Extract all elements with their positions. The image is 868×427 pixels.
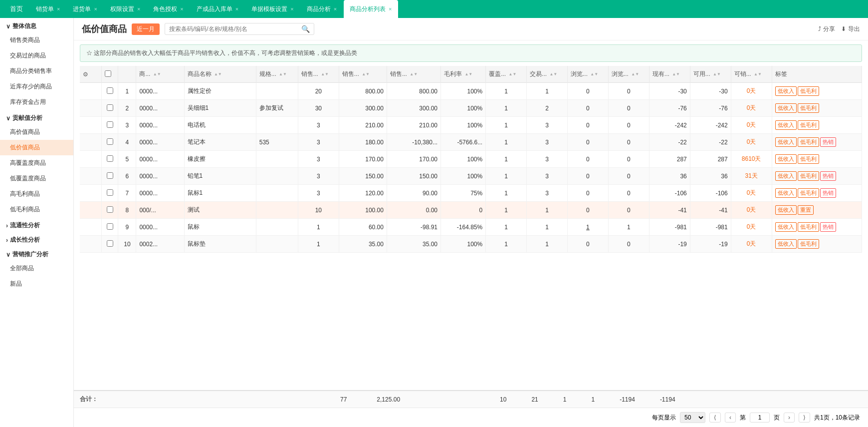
row-checkbox[interactable] xyxy=(107,87,113,94)
row-gear xyxy=(80,100,101,117)
sidebar-item-low-coverage[interactable]: 低覆盖度商品 xyxy=(0,171,73,186)
row-gross: 100% xyxy=(441,151,486,168)
sidebar-item-low-value[interactable]: 低价值商品 xyxy=(0,140,73,155)
share-button[interactable]: ⤴ 分享 xyxy=(818,25,835,33)
next-page-button[interactable]: › xyxy=(784,413,795,423)
row-checkbox[interactable] xyxy=(107,104,113,111)
row-spec xyxy=(256,236,298,253)
row-num: 2 xyxy=(118,100,136,117)
table-footer: 合计： 77 2,125.00 10 21 1 1 -1194 -1194 xyxy=(74,390,868,408)
nav-template[interactable]: 单据模板设置 × xyxy=(245,0,299,18)
row-stock2: -106 xyxy=(690,185,731,202)
row-num: 9 xyxy=(118,219,136,236)
sidebar-group-growth[interactable]: › 成长性分析 xyxy=(0,232,73,246)
qty-header: 销售... ▲▼ xyxy=(298,66,339,83)
row-stock2: 287 xyxy=(690,151,731,168)
per-page-select[interactable]: 50 100 200 xyxy=(680,412,705,423)
row-sale2: 150.00 xyxy=(387,168,440,185)
sidebar-item-high-profit[interactable]: 高毛利商品 xyxy=(0,186,73,202)
row-checkbox-cell xyxy=(101,151,118,168)
close-icon[interactable]: × xyxy=(290,6,293,12)
nav-roles[interactable]: 角色授权 × xyxy=(147,0,189,18)
row-checkbox[interactable] xyxy=(107,121,113,128)
sidebar-group-overview[interactable]: ∨ 整体信息 xyxy=(0,18,73,32)
row-gross: 100% xyxy=(441,83,486,100)
search-input[interactable] xyxy=(169,25,298,32)
row-browse2: 0 xyxy=(608,185,649,202)
row-checkbox[interactable] xyxy=(107,189,113,196)
tag-badge: 低毛利 xyxy=(798,239,819,249)
tag-badge: 热销 xyxy=(820,171,836,181)
row-stock1: -22 xyxy=(649,134,690,151)
nav-home[interactable]: 首页 xyxy=(4,0,29,18)
row-browse2: 0 xyxy=(608,83,649,100)
close-icon[interactable]: × xyxy=(334,6,337,12)
tag-badge: 低毛利 xyxy=(798,188,819,198)
row-checkbox[interactable] xyxy=(107,172,113,179)
sidebar-item-low-stock[interactable]: 近库存少的商品 xyxy=(0,79,73,94)
nav-goods-list[interactable]: 商品分析列表 × xyxy=(344,0,398,18)
row-checkbox[interactable] xyxy=(107,155,113,162)
row-gear xyxy=(80,185,101,202)
row-spec xyxy=(256,117,298,134)
close-icon[interactable]: × xyxy=(235,6,238,12)
row-name: 属性定价 xyxy=(184,83,256,100)
sidebar-item-traded-goods[interactable]: 交易过的商品 xyxy=(0,48,73,63)
nav-goods-analysis[interactable]: 商品分析 × xyxy=(301,0,343,18)
select-all-checkbox[interactable] xyxy=(105,70,111,77)
browse-val: 0 xyxy=(586,241,590,248)
sidebar-item-all-goods[interactable]: 全部商品 xyxy=(0,261,73,276)
sidebar-item-high-coverage[interactable]: 高覆盖度商品 xyxy=(0,155,73,171)
filter-period-button[interactable]: 近一月 xyxy=(132,23,160,35)
row-spec xyxy=(256,151,298,168)
row-stock1: -106 xyxy=(649,185,690,202)
row-sale2: -98.91 xyxy=(387,219,440,236)
sidebar-group-marketing[interactable]: ∨ 营销推广分析 xyxy=(0,246,73,261)
page-input[interactable] xyxy=(750,413,770,423)
search-icon[interactable]: 🔍 xyxy=(301,25,310,33)
sidebar-item-sales-goods[interactable]: 销售类商品 xyxy=(0,32,73,48)
row-cover: 1 xyxy=(486,219,527,236)
close-icon[interactable]: × xyxy=(180,6,183,12)
sidebar-group-circulation[interactable]: › 流通性分析 xyxy=(0,217,73,232)
sidebar-item-new-goods[interactable]: 新品 xyxy=(0,276,73,292)
nav-products-in[interactable]: 产成品入库单 × xyxy=(191,0,244,18)
sidebar-item-stock-funds[interactable]: 库存资金占用 xyxy=(0,94,73,110)
checkbox-header[interactable] xyxy=(101,66,118,83)
row-checkbox[interactable] xyxy=(107,138,113,145)
close-icon[interactable]: × xyxy=(57,6,60,12)
row-spec xyxy=(256,219,298,236)
row-name: 鼠标垫 xyxy=(184,236,256,253)
browse-link[interactable]: 1 xyxy=(586,224,590,231)
gear-header[interactable]: ⚙ xyxy=(80,66,101,83)
row-spec: 535 xyxy=(256,134,298,151)
nav-purchase[interactable]: 进货单 × xyxy=(67,0,103,18)
sidebar-item-low-profit[interactable]: 低毛利商品 xyxy=(0,202,73,217)
row-tags: 低收入低毛利 xyxy=(772,83,862,100)
nav-sales[interactable]: 销货单 × xyxy=(30,0,66,18)
sidebar-item-category-rate[interactable]: 商品分类销售率 xyxy=(0,63,73,79)
export-button[interactable]: ⬇ 导出 xyxy=(841,25,860,33)
close-icon[interactable]: × xyxy=(94,6,97,12)
sidebar-item-high-value[interactable]: 高价值商品 xyxy=(0,124,73,140)
prev-page-button[interactable]: ‹ xyxy=(725,413,736,423)
row-stock1: -76 xyxy=(649,100,690,117)
close-icon[interactable]: × xyxy=(389,6,392,12)
first-page-button[interactable]: ⟨ xyxy=(709,413,721,423)
share-icon: ⤴ xyxy=(818,25,821,32)
footer-stock2: -1194 xyxy=(660,396,675,403)
row-checkbox[interactable] xyxy=(107,206,113,213)
tag-badge: 低毛利 xyxy=(798,120,819,130)
row-spec xyxy=(256,202,298,219)
row-checkbox[interactable] xyxy=(107,240,113,247)
row-trade: 2 xyxy=(527,100,568,117)
row-checkbox[interactable] xyxy=(107,223,113,230)
close-icon[interactable]: × xyxy=(137,6,140,12)
row-days: 0天 xyxy=(731,134,772,151)
last-page-button[interactable]: ⟩ xyxy=(799,413,810,423)
row-stock1: 287 xyxy=(649,151,690,168)
sidebar-group-contribution[interactable]: ∨ 贡献值分析 xyxy=(0,110,73,124)
row-stock1: -41 xyxy=(649,202,690,219)
row-browse1: 0 xyxy=(568,134,609,151)
nav-permissions[interactable]: 权限设置 × xyxy=(104,0,146,18)
